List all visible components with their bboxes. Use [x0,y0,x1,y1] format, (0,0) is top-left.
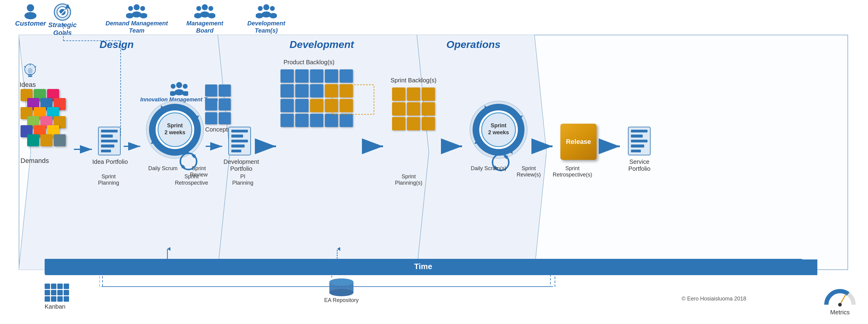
ideas-label: Ideas [20,81,36,89]
daily-scrum-label: Daily Scrum [148,165,178,172]
svg-point-43 [183,84,188,89]
design-header: Design [99,39,134,50]
actor-strategic-goals: StrategicGoals [48,3,76,37]
pi-planning-label: PIPlanning [225,174,261,186]
dev-portfolio [228,127,251,155]
svg-point-97 [838,303,842,306]
arrow-to-service-portfolio [599,137,626,156]
svg-rect-30 [28,76,32,77]
sprint-backlog-cubes [392,87,435,130]
idea-portfolio [98,127,121,155]
sprint-planning-label: SprintPlanning [89,174,128,186]
svg-point-34 [28,68,33,74]
arrow-to-sprint-backlog [362,137,389,156]
svg-point-22 [256,13,263,19]
svg-point-39 [176,82,182,88]
svg-point-92 [329,289,353,296]
svg-point-17 [208,6,213,11]
service-portfolio [628,127,651,155]
arrow-to-sprint1 [124,139,146,155]
svg-line-96 [840,294,846,305]
actor-demand-mgmt: Demand ManagementTeam [105,3,168,34]
svg-point-10 [126,13,134,19]
main-arrow-design-to-dev [255,137,282,156]
svg-point-11 [140,6,145,11]
demand-mgmt-label: Demand ManagementTeam [105,20,168,34]
ideas-cubes [21,89,72,155]
svg-point-13 [202,4,208,10]
mgmt-board-label: ManagementBoard [186,20,223,34]
svg-marker-88 [802,259,817,274]
product-backlog-label: Product Backlog(s) [283,59,335,66]
svg-text:2 weeks: 2 weeks [488,129,509,136]
svg-point-23 [270,6,275,11]
time-bar-wrapper: Time [44,259,817,277]
ea-repository-label: EA Repository [324,297,359,303]
svg-rect-29 [28,74,32,76]
svg-point-16 [194,13,202,19]
customer-label: Customer [15,20,46,27]
development-header: Development [289,39,354,50]
daily-scrum-s-label: Daily Scrum(s) [470,165,507,172]
diagram-container: Customer StrategicGoals Demand Managemen… [0,0,868,324]
sprint-backlog-label: Sprint Backlog(s) [391,77,436,84]
concepts: Concepts [205,85,231,133]
svg-point-93 [329,278,353,286]
svg-point-24 [269,13,277,19]
release-box: Release [560,124,596,160]
sprint-planning-s-label: SprintPlanning(s) [391,174,427,186]
operations-header: Operations [446,39,500,50]
svg-point-1 [25,12,36,19]
svg-point-15 [196,6,201,11]
svg-point-18 [208,13,215,19]
metrics: Metrics [824,281,857,316]
svg-point-21 [258,6,263,11]
svg-point-0 [27,4,34,11]
time-arrow-up [164,247,170,262]
dev-portfolio-label: Development Portfolio [220,158,262,172]
arrow-to-sprint2 [441,137,468,156]
sprint-review-s-label: SprintReview(s) [510,165,547,178]
svg-point-19 [263,4,269,10]
idea-portfolio-label: Idea Portfolio [88,158,133,165]
svg-point-12 [140,13,147,19]
actor-dev-team: DevelopmentTeam(s) [247,3,285,34]
service-portfolio-label: Service Portfolio [618,158,660,172]
svg-point-41 [171,84,176,89]
ideas-icon [23,63,38,83]
svg-text:2 weeks: 2 weeks [164,129,185,136]
sprint-retro-label: SprintRetrospective [175,174,208,186]
concepts-label: Concepts [205,126,231,133]
demands-label: Demands [21,157,49,165]
arrow-to-release [531,137,559,156]
sprint-retro-s-label: SprintRetrospective(s) [548,165,596,178]
dev-team-label: DevelopmentTeam(s) [247,20,285,34]
svg-text:Sprint: Sprint [491,122,506,128]
sprint-selection-border [332,85,374,115]
svg-text:Sprint: Sprint [167,122,183,128]
kanban-label: Kanban [44,303,70,310]
copyright-text: © Eero Hosiaisluoma 2018 [682,296,746,302]
actor-mgmt-board: ManagementBoard [186,3,223,34]
ea-arrow-up [334,247,340,262]
ea-repository: EA Repository [324,277,359,303]
svg-point-7 [134,4,140,10]
actor-customer: Customer [15,3,46,27]
svg-point-9 [128,6,133,11]
arrow-to-idea-portfolio [74,142,98,158]
kanban: Kanban [44,284,70,310]
sprint-retro-icon [178,151,199,173]
arrow-design-to-devport [206,139,228,155]
svg-text:Time: Time [414,262,432,271]
